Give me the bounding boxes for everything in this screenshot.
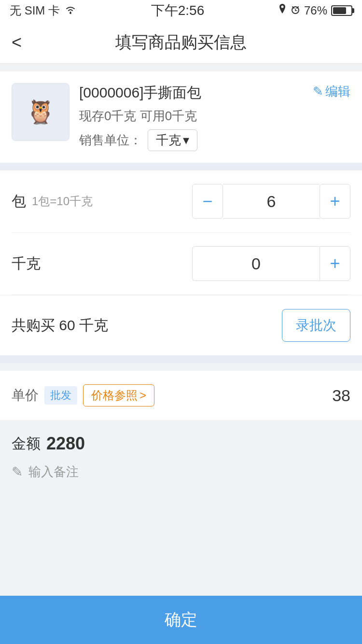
price-ref-button[interactable]: 价格参照 > [83, 384, 154, 406]
total-amount: 60 [59, 317, 79, 333]
status-bar: 无 SIM 卡 下午2:56 76% [0, 0, 362, 21]
price-ref-label: 价格参照 [91, 388, 138, 403]
status-time: 下午2:56 [151, 1, 205, 20]
dropdown-arrow: ▾ [183, 133, 189, 148]
product-image: 🦉 [12, 83, 70, 141]
wifi-icon [64, 4, 77, 17]
price-section: 单价 批发 价格参照 > 38 [0, 371, 362, 420]
battery-icon [331, 5, 352, 16]
product-stock: 现存0千克 可用0千克 [79, 108, 350, 125]
quantity-row-bao: 包 1包=10千克 − + [12, 170, 350, 233]
quantity-control-bao: − + [192, 184, 350, 219]
location-icon [278, 4, 287, 17]
note-placeholder: 输入备注 [28, 463, 79, 480]
price-value: 38 [332, 386, 350, 405]
alarm-icon [291, 4, 300, 17]
note-row[interactable]: ✎ 输入备注 [12, 463, 350, 480]
total-row: 共购买 60 千克 录批次 [0, 295, 362, 355]
record-batch-button[interactable]: 录批次 [282, 309, 350, 342]
quantity-row-kg: 千克 + [12, 233, 350, 295]
total-text: 共购买 60 千克 [12, 316, 108, 336]
quantity-input-bao[interactable] [223, 184, 320, 219]
increment-kg-button[interactable]: + [320, 246, 350, 281]
amount-section: 金额 2280 ✎ 输入备注 [0, 420, 362, 488]
separator-1 [0, 163, 362, 170]
price-label: 单价 批发 价格参照 > [12, 384, 154, 406]
quantity-hint-bao: 1包=10千克 [32, 194, 93, 209]
amount-row: 金额 2280 [12, 434, 350, 454]
quantity-control-kg: + [192, 246, 350, 281]
product-unit-row: 销售单位： 千克 ▾ [79, 129, 350, 151]
quantity-label-kg: 千克 [12, 254, 192, 274]
edit-label: 编辑 [325, 83, 350, 100]
pencil-icon: ✎ [12, 464, 23, 480]
unit-value: 千克 [156, 132, 181, 149]
total-prefix: 共购买 [12, 317, 55, 333]
edit-button[interactable]: ✎ 编辑 [313, 83, 350, 100]
total-unit: 千克 [79, 317, 108, 333]
quantity-label-bao: 包 1包=10千克 [12, 192, 192, 211]
sim-label: 无 SIM 卡 [10, 3, 60, 18]
product-card: 🦉 [0000006]手撕面包 现存0千克 可用0千克 销售单位： 千克 ▾ ✎… [0, 71, 362, 163]
battery-percent: 76% [304, 4, 327, 17]
price-tag: 批发 [44, 386, 77, 405]
price-row: 单价 批发 价格参照 > 38 [12, 384, 350, 406]
decrement-bao-button[interactable]: − [192, 184, 223, 219]
confirm-button[interactable]: 确定 [0, 596, 362, 644]
edit-icon: ✎ [313, 84, 323, 99]
quantity-section: 包 1包=10千克 − + 千克 + [0, 170, 362, 295]
page-title: 填写商品购买信息 [115, 31, 247, 54]
unit-label: 销售单位： [79, 132, 142, 149]
product-info: [0000006]手撕面包 现存0千克 可用0千克 销售单位： 千克 ▾ [79, 83, 350, 151]
back-button[interactable]: < [12, 32, 22, 53]
quantity-input-kg[interactable] [192, 246, 320, 281]
nav-bar: < 填写商品购买信息 [0, 21, 362, 64]
unit-bao: 包 [12, 192, 26, 211]
amount-label: 金额 [12, 434, 41, 454]
unit-dropdown[interactable]: 千克 ▾ [148, 129, 197, 151]
product-name: [0000006]手撕面包 [79, 83, 350, 103]
svg-point-0 [70, 12, 71, 14]
price-label-text: 单价 [12, 386, 39, 405]
price-ref-arrow: > [139, 389, 146, 402]
separator-2 [0, 355, 362, 363]
status-right: 76% [278, 4, 352, 17]
amount-value: 2280 [46, 434, 85, 454]
product-logo: 🦉 [26, 98, 55, 126]
status-left: 无 SIM 卡 [10, 3, 77, 18]
unit-kg: 千克 [12, 254, 41, 274]
increment-bao-button[interactable]: + [320, 184, 350, 219]
